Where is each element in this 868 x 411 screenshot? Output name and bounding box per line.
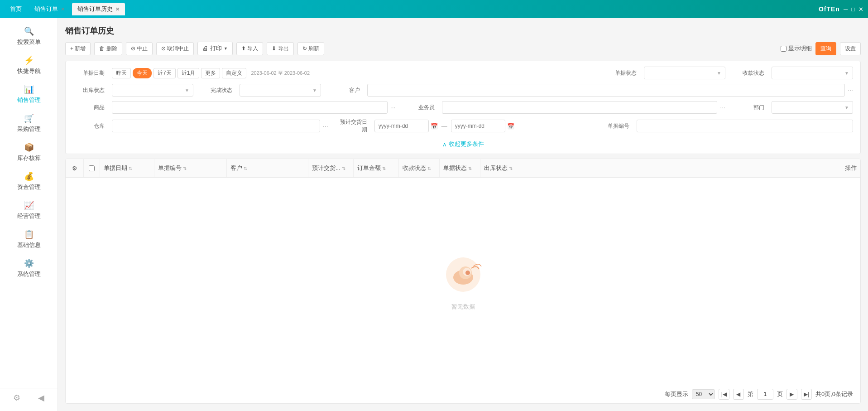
print-button[interactable]: 🖨 打印 ▼	[197, 42, 233, 55]
out-status-select[interactable]: ▼	[112, 84, 193, 97]
sidebar-settings-icon[interactable]: ⚙	[13, 393, 20, 403]
tab-sales-order[interactable]: 销售订单 ✕	[29, 3, 70, 15]
stop-button[interactable]: ⊘ 中止	[126, 42, 153, 55]
export-button[interactable]: ⬇ 导出	[267, 42, 293, 55]
warehouse-dots[interactable]: ···	[323, 122, 328, 130]
filter-panel: 单据日期 昨天 今天 近7天 近1月 更多 自定义 2023-06-02 至 2…	[65, 61, 861, 154]
sales-person-dots[interactable]: ···	[720, 104, 725, 111]
date-btn-today[interactable]: 今天	[133, 68, 152, 78]
display-detail-checkbox[interactable]: 显示明细	[781, 44, 812, 53]
sales-person-input[interactable]	[442, 101, 718, 114]
date-btn-last1month[interactable]: 近1月	[177, 68, 200, 78]
th-recv-status[interactable]: 收款状态 ⇅	[399, 159, 440, 177]
delete-button[interactable]: 🗑 删除	[94, 42, 122, 55]
empty-state: 暂无数据	[66, 178, 860, 385]
page-prev-btn[interactable]: ◀	[733, 389, 744, 400]
purchase-mgmt-icon: 🛒	[24, 113, 34, 123]
sidebar-bottom: ⚙ ◀	[0, 388, 58, 407]
receipt-status-select[interactable]: ▼	[772, 67, 853, 79]
th-customer[interactable]: 客户 ⇅	[227, 159, 308, 177]
sidebar-item-finance[interactable]: 💰 资金管理	[0, 167, 58, 196]
import-button[interactable]: ⬆ 导入	[236, 42, 263, 55]
page-last-btn[interactable]: ▶|	[801, 389, 812, 400]
main-layout: 🔍 搜索菜单 ⚡ 快捷导航 📊 销售管理 🛒 采购管理 📦 库存核算 💰 资金管…	[0, 18, 868, 411]
calendar-from-icon[interactable]: 📅	[431, 123, 438, 130]
sort-recv-icon: ⇅	[427, 166, 431, 171]
customer-dots[interactable]: ···	[848, 87, 853, 94]
tab-home[interactable]: 首页	[5, 3, 27, 15]
date-dash: —	[441, 123, 447, 130]
sidebar-item-system-mgmt[interactable]: ⚙️ 系统管理	[0, 254, 58, 283]
date-btn-group: 昨天 今天 近7天 近1月 更多 自定义	[112, 68, 246, 78]
th-date[interactable]: 单据日期 ⇅	[100, 159, 154, 177]
close-tab-sales-order[interactable]: ✕	[61, 6, 65, 12]
top-bar-right: OfTEn ─ □ ✕	[819, 5, 863, 13]
customer-input[interactable]	[367, 84, 845, 97]
sidebar-item-purchase-mgmt[interactable]: 🛒 采购管理	[0, 109, 58, 138]
sidebar-item-inventory[interactable]: 📦 库存核算	[0, 138, 58, 167]
window-close-icon[interactable]: ✕	[858, 6, 863, 13]
brand-label: OfTEn	[819, 5, 840, 13]
th-out-status[interactable]: 出库状态 ⇅	[480, 159, 521, 177]
date-btn-yesterday[interactable]: 昨天	[112, 68, 131, 78]
complete-status-select[interactable]: ▼	[240, 84, 321, 97]
product-dots[interactable]: ···	[390, 104, 396, 111]
date-btn-more[interactable]: 更多	[201, 68, 220, 78]
query-button[interactable]: 查询	[815, 42, 836, 55]
order-num-input[interactable]	[637, 120, 853, 132]
th-order-status[interactable]: 单据状态 ⇅	[440, 159, 480, 177]
table-container: ⚙ 单据日期 ⇅ 单据编号 ⇅ 客户 ⇅ 预计交货...	[65, 159, 861, 404]
date-btn-last7days[interactable]: 近7天	[153, 68, 176, 78]
delivery-date-to[interactable]	[451, 120, 505, 132]
sidebar-item-sales-mgmt[interactable]: 📊 销售管理	[0, 80, 58, 109]
th-delivery[interactable]: 预计交货... ⇅	[308, 159, 354, 177]
delivery-date-label: 预计交货日期	[336, 118, 367, 134]
minimize-icon[interactable]: ─	[844, 6, 848, 13]
select-all-checkbox[interactable]	[89, 165, 95, 171]
page-first-btn[interactable]: |◀	[719, 389, 729, 400]
sidebar-item-quick-nav[interactable]: ⚡ 快捷导航	[0, 51, 58, 80]
table-settings-icon[interactable]: ⚙	[72, 165, 77, 172]
receipt-status-chevron: ▼	[844, 71, 849, 76]
collapse-button[interactable]: ∧ 收起更多条件	[442, 140, 484, 148]
page-label-end: 页	[777, 390, 783, 398]
department-select[interactable]: ▼	[772, 101, 853, 114]
product-input[interactable]	[112, 101, 388, 114]
sidebar-item-basic-info[interactable]: 📋 基础信息	[0, 225, 58, 254]
settings-button[interactable]: 设置	[840, 42, 861, 55]
page-next-btn[interactable]: ▶	[786, 389, 797, 400]
sort-num-icon: ⇅	[183, 166, 187, 171]
add-button[interactable]: + 新增	[65, 42, 91, 55]
order-num-field	[637, 120, 853, 132]
delivery-date-from[interactable]	[374, 120, 429, 132]
sidebar-collapse-icon[interactable]: ◀	[38, 393, 44, 403]
cancel-stop-button[interactable]: ⊘ 取消中止	[156, 42, 194, 55]
product-field: ···	[112, 101, 396, 114]
page-size-select[interactable]: 50 10 20 100	[692, 389, 715, 399]
sidebar-item-operations[interactable]: 📈 经营管理	[0, 196, 58, 225]
order-status-select[interactable]: ▼	[644, 67, 725, 79]
print-dropdown-icon: ▼	[224, 46, 228, 51]
warehouse-input[interactable]	[112, 120, 320, 132]
dept-chevron: ▼	[844, 105, 849, 110]
th-settings[interactable]: ⚙	[66, 159, 84, 177]
sort-amount-icon: ⇅	[382, 166, 386, 171]
close-tab-history[interactable]: ✕	[115, 6, 120, 12]
sidebar-item-search-menu[interactable]: 🔍 搜索菜单	[0, 22, 58, 51]
sort-delivery-icon: ⇅	[342, 166, 345, 171]
customer-field: ···	[367, 84, 853, 97]
date-btn-custom[interactable]: 自定义	[222, 68, 246, 78]
maximize-icon[interactable]: □	[851, 6, 855, 13]
pagination-bar: 每页显示 50 10 20 100 |◀ ◀ 第 页 ▶ ▶| 共0页,0条记录	[66, 385, 860, 403]
display-detail-input[interactable]	[781, 46, 786, 52]
th-num[interactable]: 单据编号 ⇅	[154, 159, 227, 177]
th-amount[interactable]: 订单金额 ⇅	[354, 159, 399, 177]
refresh-button[interactable]: ↻ 刷新	[297, 42, 324, 55]
page-size-label: 每页显示	[665, 390, 688, 398]
filter-row-2: 出库状态 ▼ 完成状态 ▼ 客户 ···	[73, 84, 853, 97]
th-checkbox[interactable]	[84, 159, 100, 177]
total-text: 共0页,0条记录	[815, 390, 853, 398]
tab-sales-order-history[interactable]: 销售订单历史 ✕	[72, 3, 125, 15]
page-input[interactable]	[757, 389, 773, 400]
calendar-to-icon[interactable]: 📅	[507, 123, 514, 130]
